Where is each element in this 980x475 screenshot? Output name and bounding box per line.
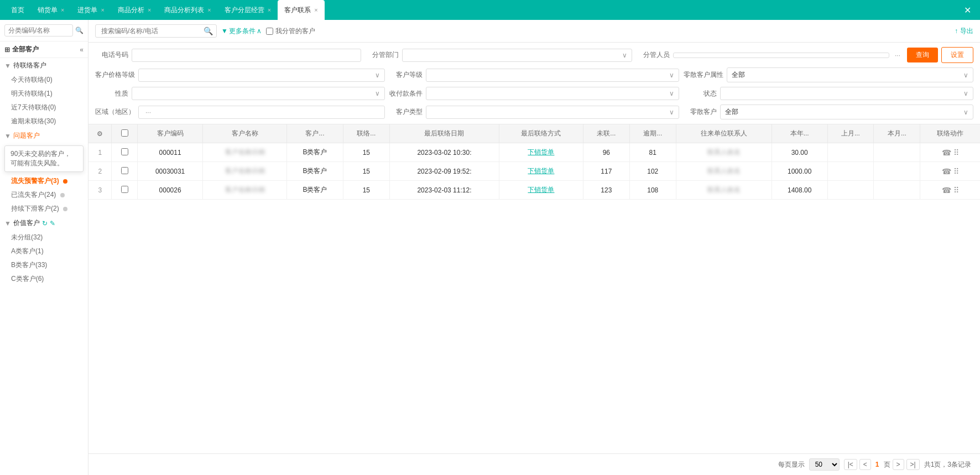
row-last-date: 2023-02-03 11:12: xyxy=(389,181,499,200)
tab-product-list[interactable]: 商品分析列表 × xyxy=(158,0,217,20)
page-size-select[interactable]: 50 100 200 xyxy=(809,458,840,471)
next-page-btn[interactable]: > xyxy=(893,459,904,470)
tab-sales[interactable]: 销货单 × xyxy=(31,0,71,20)
refresh-icon[interactable]: ↻ xyxy=(42,220,48,227)
sidebar-item-today[interactable]: 今天待联络(0) xyxy=(0,73,88,87)
col-settings[interactable]: ⚙ xyxy=(88,124,112,143)
row-checkbox[interactable] xyxy=(112,162,137,181)
col-this-month[interactable]: 本月... xyxy=(874,124,920,143)
my-customers-checkbox-wrap[interactable]: 我分管的客户 xyxy=(266,27,315,36)
col-no-contact[interactable]: 未联... xyxy=(583,124,629,143)
close-icon[interactable]: × xyxy=(61,7,64,13)
sidebar-item-a-class[interactable]: A类客户(1) xyxy=(0,244,88,258)
contact-icon[interactable]: ☎ xyxy=(942,186,951,195)
tab-bar: 首页 销货单 × 进货单 × 商品分析 × 商品分析列表 × 客户分层经营 × … xyxy=(0,0,980,20)
tab-customer-contact[interactable]: 客户联系 × xyxy=(278,0,324,20)
sidebar-item-7days[interactable]: 近7天待联络(0) xyxy=(0,101,88,114)
sidebar-group-problem[interactable]: ▼ 问题客户 xyxy=(0,128,88,143)
close-icon[interactable]: × xyxy=(101,7,104,13)
close-icon[interactable]: × xyxy=(207,7,211,13)
filter-zero-attribute-select[interactable]: 全部 ∨ xyxy=(727,67,973,82)
filter-person-select[interactable] xyxy=(673,53,889,58)
search-icon[interactable]: 🔍 xyxy=(75,27,84,34)
sidebar-item-churn-warning[interactable]: 流失预警客户(3) xyxy=(0,174,88,188)
sidebar-group-pending[interactable]: ▼ 待联络客户 xyxy=(0,58,88,73)
filter-nature: 性质 ∨ xyxy=(95,87,385,100)
sidebar-item-b-class[interactable]: B类客户(33) xyxy=(0,258,88,272)
more-icon[interactable]: ··· xyxy=(893,51,903,59)
settings-button[interactable]: 设置 xyxy=(941,47,973,63)
sidebar-all-customers[interactable]: ⊞ 全部客户 « xyxy=(0,41,88,58)
filter-nature-select[interactable]: ∨ xyxy=(132,87,385,100)
table-header-row: ⚙ 客户编码 客户名称 客户... 联络... 最后联络日期 最后联络方式 未联… xyxy=(88,124,980,143)
close-icon[interactable]: × xyxy=(148,7,151,13)
close-icon[interactable]: × xyxy=(268,7,271,13)
more-action-icon[interactable]: ⠿ xyxy=(953,167,959,176)
sidebar-item-overdue[interactable]: 逾期未联络(30) xyxy=(0,114,88,128)
tab-purchase[interactable]: 进货单 × xyxy=(71,0,111,20)
row-last-method[interactable]: 下销货单 xyxy=(499,181,583,200)
col-type[interactable]: 客户... xyxy=(287,124,343,143)
filter-status-select[interactable]: ∨ xyxy=(720,87,973,100)
row-type: B类客户 xyxy=(287,181,343,200)
col-last-date[interactable]: 最后联络日期 xyxy=(389,124,499,143)
sidebar-item-ungrouped[interactable]: 未分组(32) xyxy=(0,231,88,244)
row-last-method[interactable]: 下销货单 xyxy=(499,143,583,162)
prev-page-btn[interactable]: < xyxy=(859,459,871,470)
tooltip-problem: 90天未交易的客户，可能有流失风险。 xyxy=(4,145,84,172)
col-this-year[interactable]: 本年... xyxy=(772,124,827,143)
contact-icon[interactable]: ☎ xyxy=(942,167,951,176)
tab-home[interactable]: 首页 xyxy=(4,0,31,20)
col-overdue[interactable]: 逾期... xyxy=(629,124,676,143)
sidebar-item-declining[interactable]: 持续下滑客户(2) xyxy=(0,202,88,216)
search-submit-icon[interactable]: 🔍 xyxy=(204,27,213,35)
col-name[interactable]: 客户名称 xyxy=(203,124,287,143)
filter-grade-select[interactable]: ∨ xyxy=(426,69,679,82)
select-all-checkbox[interactable] xyxy=(121,129,128,137)
row-code: 000011 xyxy=(137,143,203,162)
my-customers-checkbox[interactable] xyxy=(266,28,273,35)
row-checkbox[interactable] xyxy=(112,143,137,162)
filter-phone-input[interactable] xyxy=(132,49,361,62)
sidebar-item-c-class[interactable]: C类客户(6) xyxy=(0,272,88,286)
window-close-button[interactable]: ✕ xyxy=(960,5,976,15)
search-input[interactable] xyxy=(99,25,204,37)
data-table: ⚙ 客户编码 客户名称 客户... 联络... 最后联络日期 最后联络方式 未联… xyxy=(88,124,980,200)
row-checkbox[interactable] xyxy=(112,181,137,200)
tab-customer-layer[interactable]: 客户分层经营 × xyxy=(218,0,278,20)
close-icon[interactable]: × xyxy=(314,7,317,13)
filter-zero-customer-select[interactable]: 全部 ∨ xyxy=(720,105,973,119)
filter-customer-type-select[interactable]: ∨ xyxy=(426,106,679,119)
sidebar-item-tomorrow[interactable]: 明天待联络(1) xyxy=(0,87,88,101)
edit-icon[interactable]: ✎ xyxy=(50,220,55,227)
filter-dept: 分管部门 ∨ xyxy=(366,49,632,62)
tab-product-analysis[interactable]: 商品分析 × xyxy=(111,0,158,20)
more-conditions-btn[interactable]: ▼ 更多条件 ∧ xyxy=(221,27,262,36)
arrow-icon: ▼ xyxy=(4,62,11,70)
filter-payment-select[interactable]: ∨ xyxy=(426,87,679,100)
sidebar-search-input[interactable] xyxy=(4,24,73,36)
col-last-method[interactable]: 最后联络方式 xyxy=(499,124,583,143)
filter-row-4: 区域（地区） ··· 客户类型 ∨ 零散客户 全部 xyxy=(95,105,973,119)
filter-zero-attribute: 零散客户属性 全部 ∨ xyxy=(684,67,973,82)
filter-price-grade-select[interactable]: ∨ xyxy=(138,69,385,82)
row-last-method[interactable]: 下销货单 xyxy=(499,162,583,181)
filter-region-select[interactable]: ··· xyxy=(138,106,385,119)
more-action-icon[interactable]: ⠿ xyxy=(953,186,959,195)
col-contact-person[interactable]: 往来单位联系人 xyxy=(676,124,772,143)
col-contact-count[interactable]: 联络... xyxy=(343,124,389,143)
more-icon[interactable]: ··· xyxy=(143,108,153,116)
col-checkbox[interactable] xyxy=(112,124,137,143)
col-code[interactable]: 客户编码 xyxy=(137,124,203,143)
last-page-btn[interactable]: >| xyxy=(906,459,920,470)
sidebar-item-churned[interactable]: 已流失客户(24) xyxy=(0,188,88,202)
filter-dept-select[interactable]: ∨ xyxy=(402,49,632,62)
col-last-month[interactable]: 上月... xyxy=(827,124,874,143)
sidebar-group-value[interactable]: ▼ 价值客户 ↻ ✎ xyxy=(0,216,88,231)
more-action-icon[interactable]: ⠿ xyxy=(953,148,959,157)
table-row: 1 000011 客户名称示例 B类客户 15 2023-03-02 10:30… xyxy=(88,143,980,162)
export-button[interactable]: ↑ 导出 xyxy=(955,27,973,36)
contact-icon[interactable]: ☎ xyxy=(942,148,951,157)
first-page-btn[interactable]: |< xyxy=(844,459,857,470)
query-button[interactable]: 查询 xyxy=(907,48,938,62)
